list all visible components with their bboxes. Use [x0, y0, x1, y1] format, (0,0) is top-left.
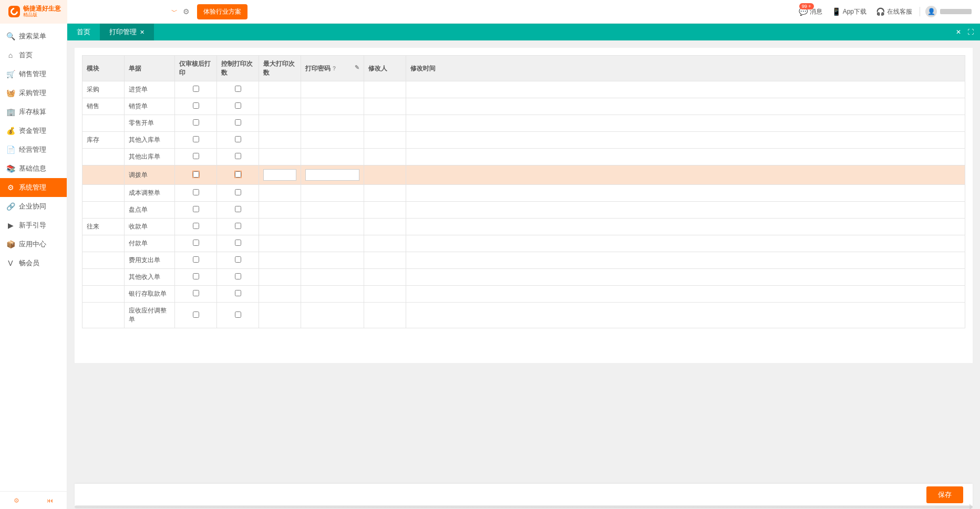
fullscreen-icon[interactable]: ⛶: [967, 28, 974, 36]
sidebar-item-label: 搜索菜单: [19, 32, 46, 41]
experience-plan-button[interactable]: 体验行业方案: [197, 4, 247, 19]
password-cell: [301, 286, 364, 303]
help-icon[interactable]: ?: [333, 66, 336, 71]
messages-button[interactable]: 💬 消息 99 +: [799, 7, 822, 16]
password-input[interactable]: [305, 169, 359, 181]
modified-time-cell: [406, 115, 965, 132]
max-count-input[interactable]: [263, 169, 296, 181]
modifier-cell: [364, 286, 406, 303]
modifier-cell: [364, 252, 406, 269]
module-cell: 库存: [82, 132, 125, 149]
user-name[interactable]: [940, 9, 972, 14]
sidebar-item-funds[interactable]: 💰资金管理: [0, 121, 67, 140]
limit-count-cell: [217, 98, 259, 115]
modified-time-cell: [406, 202, 965, 219]
sidebar-item-sales[interactable]: 🛒销售管理: [0, 65, 67, 84]
audit-only-checkbox[interactable]: [193, 240, 199, 246]
gear-icon[interactable]: ⚙: [183, 7, 190, 16]
limit-count-checkbox[interactable]: [235, 153, 241, 159]
max-count-cell: [259, 219, 301, 235]
horizontal-scrollbar[interactable]: [75, 505, 973, 508]
company-selector[interactable]: ﹀: [83, 7, 178, 16]
limit-count-checkbox[interactable]: [235, 189, 241, 195]
audit-only-checkbox[interactable]: [193, 86, 199, 92]
sidebar-item-guide[interactable]: ▶新手引导: [0, 216, 67, 235]
audit-only-checkbox[interactable]: [193, 273, 199, 279]
modified-time-cell: [406, 132, 965, 149]
brand-name: 畅捷通好生意: [23, 5, 61, 12]
tab-close-all-icon[interactable]: ✕: [956, 28, 961, 36]
col-header-7: 修改时间: [406, 56, 965, 81]
limit-count-checkbox[interactable]: [235, 171, 241, 178]
audit-only-checkbox[interactable]: [193, 290, 199, 296]
audit-only-checkbox[interactable]: [193, 102, 199, 109]
limit-count-cell: [217, 303, 259, 328]
sidebar-item-home[interactable]: ⌂首页: [0, 46, 67, 65]
sidebar-item-purchase[interactable]: 🧺采购管理: [0, 84, 67, 102]
support-button[interactable]: 🎧 在线客服: [876, 7, 912, 16]
limit-count-checkbox[interactable]: [235, 206, 241, 212]
module-cell: [82, 252, 125, 269]
modified-time-cell: [406, 303, 965, 328]
modified-time-cell: [406, 219, 965, 235]
max-count-cell: [259, 235, 301, 252]
module-cell: 采购: [82, 81, 125, 98]
max-count-cell: [259, 115, 301, 132]
tab-1[interactable]: 打印管理✕: [100, 24, 154, 40]
tab-bar: 首页打印管理✕ ✕ ⛶: [67, 24, 980, 40]
limit-count-checkbox[interactable]: [235, 86, 241, 92]
audit-only-checkbox[interactable]: [193, 119, 199, 126]
close-icon[interactable]: ✕: [140, 29, 145, 36]
audit-only-cell: [175, 269, 217, 286]
phone-icon: 📱: [832, 7, 841, 16]
save-button[interactable]: 保存: [926, 486, 963, 503]
table-row: 应收应付调整单: [82, 303, 965, 328]
sidebar-item-search-menu[interactable]: 🔍搜索菜单: [0, 27, 67, 46]
password-cell: [301, 235, 364, 252]
sidebar-item-system[interactable]: ⚙系统管理: [0, 178, 67, 197]
settings-icon[interactable]: ⚙: [14, 497, 19, 504]
sales-icon: 🛒: [6, 70, 15, 78]
limit-count-cell: [217, 252, 259, 269]
collapse-icon[interactable]: ⏮: [47, 497, 53, 504]
audit-only-checkbox[interactable]: [193, 311, 199, 318]
module-cell: [82, 269, 125, 286]
limit-count-checkbox[interactable]: [235, 256, 241, 263]
audit-only-checkbox[interactable]: [193, 136, 199, 142]
audit-only-cell: [175, 149, 217, 165]
sidebar-item-inventory[interactable]: 🏢库存核算: [0, 102, 67, 121]
modifier-cell: [364, 165, 406, 185]
sidebar-item-basic[interactable]: 📚基础信息: [0, 159, 67, 178]
max-count-cell: [259, 81, 301, 98]
doc-cell: 付款单: [125, 235, 175, 252]
audit-only-checkbox[interactable]: [193, 256, 199, 263]
chevron-down-icon: ﹀: [171, 7, 178, 16]
app-download-button[interactable]: 📱 App下载: [832, 7, 866, 16]
module-cell: [82, 303, 125, 328]
max-count-cell: [259, 303, 301, 328]
audit-only-checkbox[interactable]: [193, 153, 199, 159]
sidebar-item-biz[interactable]: 📄经营管理: [0, 140, 67, 159]
limit-count-checkbox[interactable]: [235, 311, 241, 318]
audit-only-checkbox[interactable]: [193, 206, 199, 212]
limit-count-checkbox[interactable]: [235, 223, 241, 229]
avatar[interactable]: 👤: [925, 6, 937, 17]
limit-count-checkbox[interactable]: [235, 136, 241, 142]
audit-only-checkbox[interactable]: [193, 171, 199, 178]
password-cell: [301, 269, 364, 286]
limit-count-checkbox[interactable]: [235, 240, 241, 246]
table-row: 销售销货单: [82, 98, 965, 115]
edit-icon[interactable]: ✎: [355, 64, 359, 71]
sidebar-item-member[interactable]: V畅会员: [0, 254, 67, 273]
limit-count-checkbox[interactable]: [235, 290, 241, 296]
module-cell: 销售: [82, 98, 125, 115]
limit-count-checkbox[interactable]: [235, 119, 241, 126]
sidebar-item-apps[interactable]: 📦应用中心: [0, 235, 67, 254]
limit-count-checkbox[interactable]: [235, 102, 241, 109]
limit-count-checkbox[interactable]: [235, 273, 241, 279]
audit-only-checkbox[interactable]: [193, 223, 199, 229]
tab-0[interactable]: 首页: [67, 24, 100, 40]
limit-count-cell: [217, 286, 259, 303]
audit-only-checkbox[interactable]: [193, 189, 199, 195]
sidebar-item-collab[interactable]: 🔗企业协同: [0, 197, 67, 216]
